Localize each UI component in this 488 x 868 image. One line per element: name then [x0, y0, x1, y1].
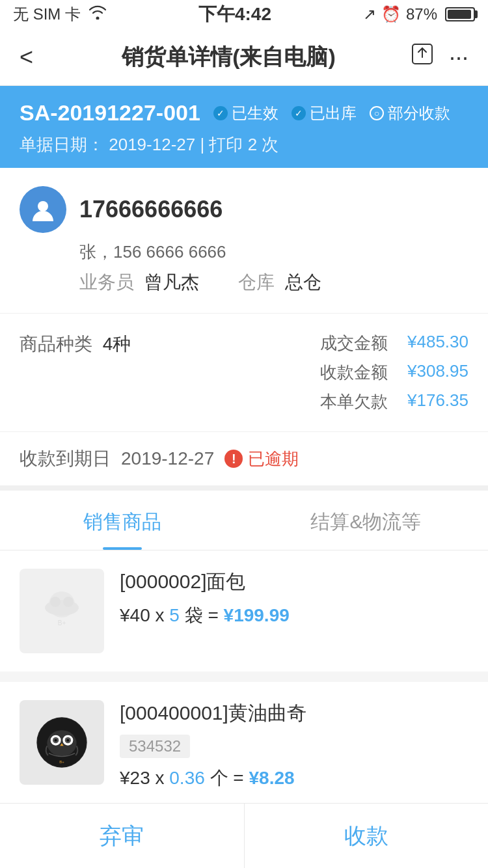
nav-bar: < 销货单详情(来自电脑) ···: [0, 29, 488, 86]
product-price-1: ¥40 x 5 袋 = ¥199.99: [120, 603, 468, 628]
unit-1: 袋: [185, 605, 203, 625]
battery-text: 87%: [406, 5, 437, 23]
deal-amount-label: 成交金额: [320, 332, 388, 355]
warehouse: 仓库 总仓: [238, 270, 321, 295]
salesperson: 业务员 曾凡杰: [79, 270, 199, 295]
customer-name-row: 17666666666: [20, 186, 468, 233]
check-icon: ✓: [213, 106, 228, 120]
unit-2: 个: [210, 768, 228, 788]
status-bar: 无 SIM 卡 下午4:42 ↗ ⏰ 87%: [0, 0, 488, 29]
svg-point-15: [66, 739, 69, 742]
time-display: 下午4:42: [198, 2, 271, 27]
category-label: 商品种类: [20, 334, 92, 354]
total-2: ¥8.28: [249, 768, 294, 788]
overdue-icon: !: [224, 450, 243, 468]
badge-shipped: ✓ 已出库: [291, 103, 357, 124]
product-price-2: ¥23 x 0.36 个 = ¥8.28: [120, 766, 468, 791]
badge-effective: ✓ 已生效: [213, 103, 278, 124]
warehouse-label: 仓库: [238, 272, 275, 292]
product-thumb-2: B+: [20, 700, 104, 785]
svg-point-14: [55, 739, 57, 742]
svg-point-3: [45, 600, 79, 616]
order-id-row: SA-20191227-001 ✓ 已生效 ✓ 已出库 ○ 部分收款: [20, 100, 468, 126]
customer-phone: 张，156 6666 6666: [20, 241, 468, 264]
salesperson-label: 业务员: [79, 272, 134, 292]
deal-amount-value: ¥485.30: [407, 332, 468, 355]
owed-row: 本单欠款 ¥176.35: [320, 390, 468, 413]
alarm-icon: ⏰: [381, 5, 401, 23]
banner-date-row: 单据日期： 2019-12-27 | 打印 2 次: [20, 133, 468, 156]
avatar: [20, 186, 66, 233]
summary-section: 商品种类 4种 成交金额 ¥485.30 收款金额 ¥308.95 本单欠款 ¥…: [0, 314, 488, 432]
due-date-value: 2019-12-27: [121, 448, 214, 469]
status-right: ↗ ⏰ 87%: [363, 5, 475, 23]
battery-bar: [445, 7, 475, 21]
tab-products[interactable]: 销售商品: [0, 491, 244, 550]
order-date: 2019-12-27: [109, 135, 195, 154]
svg-point-1: [38, 201, 48, 211]
customer-meta: 业务员 曾凡杰 仓库 总仓: [20, 270, 468, 295]
amount-summary: 成交金额 ¥485.30 收款金额 ¥308.95 本单欠款 ¥176.35: [320, 332, 468, 413]
overdue-text: 已逾期: [248, 448, 299, 470]
product-sku-2: 534532: [120, 735, 190, 758]
page-title: 销货单详情(来自电脑): [46, 42, 411, 72]
overdue-badge: ! 已逾期: [224, 448, 299, 470]
deal-amount-row: 成交金额 ¥485.30: [320, 332, 468, 355]
check-icon-2: ✓: [291, 106, 306, 120]
owed-label: 本单欠款: [320, 390, 388, 413]
back-button[interactable]: <: [20, 44, 46, 71]
svg-text:B+: B+: [59, 760, 64, 764]
customer-section: 17666666666 张，156 6666 6666 业务员 曾凡杰 仓库 总…: [0, 168, 488, 314]
product-category: 商品种类 4种: [20, 332, 131, 357]
product-item: B+ [0000002]面包 ¥40 x 5 袋 = ¥199.99: [0, 550, 488, 671]
print-separator: | 打印: [200, 135, 243, 154]
received-row: 收款金额 ¥308.95: [320, 361, 468, 384]
tab-bar: 销售商品 结算&物流等: [0, 491, 488, 550]
clock-icon: ○: [370, 106, 384, 120]
received-label: 收款金额: [320, 361, 388, 384]
category-value: 4种: [103, 334, 131, 354]
warehouse-value: 总仓: [285, 272, 321, 292]
product-name-1: [0000002]面包: [120, 569, 468, 595]
owed-value: ¥176.35: [407, 390, 468, 413]
received-value: ¥308.95: [407, 361, 468, 384]
qty-2: 0.36: [169, 768, 205, 788]
svg-point-4: [50, 597, 61, 607]
qty-1: 5: [169, 605, 180, 625]
price-2: ¥23: [120, 768, 150, 788]
order-id: SA-20191227-001: [20, 100, 200, 126]
badge-partial: ○ 部分收款: [370, 103, 450, 124]
due-date-section: 收款到期日 2019-12-27 ! 已逾期: [0, 432, 488, 491]
confirm-button[interactable]: 收款: [245, 804, 489, 868]
print-suffix: 次: [262, 135, 278, 154]
svg-text:B+: B+: [58, 619, 66, 627]
more-button[interactable]: ···: [449, 44, 468, 71]
tab-settlement[interactable]: 结算&物流等: [244, 491, 488, 550]
product-item-2: B+ [000400001]黄油曲奇 534532 ¥23 x 0.36 个 =…: [0, 682, 488, 809]
carrier-text: 无 SIM 卡: [13, 4, 81, 25]
product-info-1: [0000002]面包 ¥40 x 5 袋 = ¥199.99: [120, 569, 468, 628]
cancel-button[interactable]: 弃审: [0, 804, 245, 868]
wifi-icon: [88, 5, 107, 23]
due-date-label: 收款到期日: [20, 446, 111, 471]
header-banner: SA-20191227-001 ✓ 已生效 ✓ 已出库 ○ 部分收款 单据日期：…: [0, 86, 488, 168]
total-1: ¥199.99: [224, 605, 290, 625]
bottom-bar: 弃审 收款: [0, 803, 488, 868]
status-left: 无 SIM 卡: [13, 4, 107, 25]
customer-name: 17666666666: [79, 196, 223, 223]
svg-point-5: [63, 597, 74, 607]
product-list: B+ [0000002]面包 ¥40 x 5 袋 = ¥199.99: [0, 550, 488, 809]
date-label: 单据日期：: [20, 135, 104, 154]
product-name-2: [000400001]黄油曲奇: [120, 700, 468, 727]
product-info-2: [000400001]黄油曲奇 534532 ¥23 x 0.36 个 = ¥8…: [120, 700, 468, 791]
price-1: ¥40: [120, 605, 150, 625]
salesperson-value: 曾凡杰: [144, 272, 199, 292]
product-thumb-1: B+: [20, 569, 104, 653]
share-button[interactable]: [411, 43, 433, 71]
print-count: 2: [248, 135, 257, 154]
nav-actions: ···: [411, 43, 468, 71]
location-icon: ↗: [363, 5, 376, 23]
